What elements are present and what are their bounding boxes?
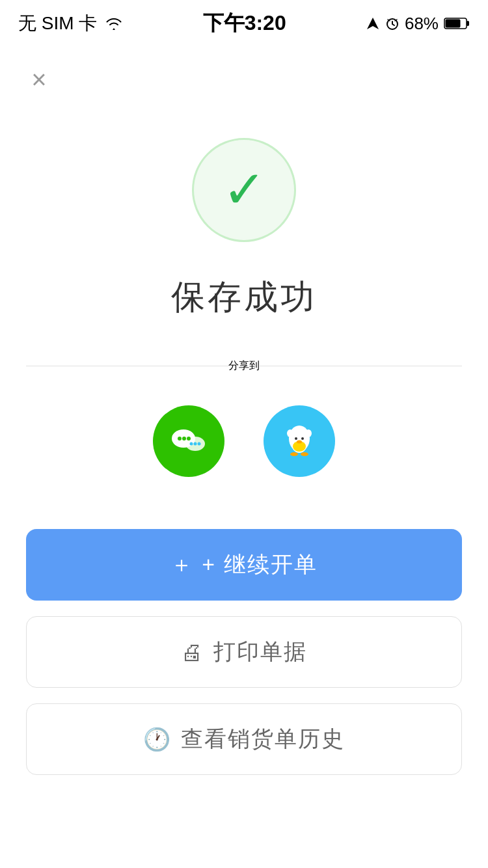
share-divider: 分享到: [26, 359, 462, 373]
svg-rect-3: [446, 20, 461, 28]
location-icon: [366, 16, 380, 31]
checkmark-icon: ✓: [223, 164, 266, 216]
svg-point-10: [194, 442, 197, 446]
share-icons: [26, 405, 462, 477]
svg-point-18: [301, 437, 304, 440]
no-sim-text: 无 SIM 卡: [18, 11, 97, 36]
svg-point-6: [178, 437, 182, 441]
qq-icon: [278, 420, 320, 462]
svg-rect-2: [467, 21, 469, 26]
share-label: 分享到: [228, 359, 260, 373]
continue-icon: ＋: [170, 550, 194, 580]
continue-button[interactable]: ＋ + 继续开单: [26, 529, 462, 601]
battery-text: 68%: [405, 14, 439, 34]
svg-point-23: [301, 452, 308, 456]
success-title: 保存成功: [171, 275, 317, 320]
svg-point-17: [295, 437, 297, 440]
battery-icon: [444, 16, 470, 31]
wechat-share-button[interactable]: [153, 405, 224, 477]
success-circle: ✓: [192, 138, 296, 242]
status-right: 68%: [366, 14, 470, 34]
alarm-icon: [385, 16, 400, 31]
svg-point-11: [198, 442, 201, 446]
history-button[interactable]: 🕐 查看销货单历史: [26, 703, 462, 775]
print-icon: 🖨: [181, 640, 204, 665]
action-buttons: ＋ + 继续开单 🖨 打印单据 🕐 查看销货单历史: [26, 529, 462, 775]
svg-point-7: [182, 437, 186, 441]
svg-point-21: [305, 429, 312, 437]
continue-label: + 继续开单: [202, 550, 317, 580]
status-time: 下午3:20: [203, 9, 286, 38]
print-button[interactable]: 🖨 打印单据: [26, 616, 462, 688]
print-label: 打印单据: [213, 637, 307, 667]
history-label: 查看销货单历史: [181, 724, 345, 754]
status-left: 无 SIM 卡: [18, 11, 123, 36]
svg-point-22: [290, 452, 298, 456]
svg-point-19: [297, 441, 302, 444]
wechat-icon: [167, 419, 211, 463]
share-section: 分享到: [26, 359, 462, 477]
close-button[interactable]: ×: [20, 60, 59, 99]
svg-point-8: [187, 437, 191, 441]
main-content: ✓ 保存成功 分享到: [0, 99, 488, 868]
svg-point-9: [190, 442, 193, 446]
wifi-icon: [105, 16, 123, 31]
history-icon: 🕐: [143, 726, 172, 752]
close-icon: ×: [31, 66, 46, 92]
svg-point-20: [287, 429, 293, 437]
status-bar: 无 SIM 卡 下午3:20 68%: [0, 0, 488, 47]
qq-share-button[interactable]: [264, 405, 335, 477]
